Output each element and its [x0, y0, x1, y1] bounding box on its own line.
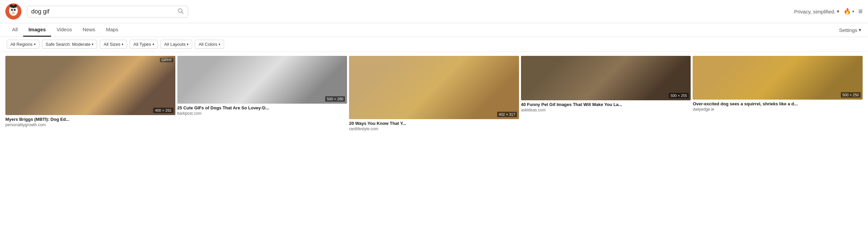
- filter-types[interactable]: All Types ▾: [130, 40, 158, 49]
- safesearch-caret-icon: ▾: [92, 43, 93, 46]
- image-title: 20 Ways You Know That Y...: [349, 121, 519, 126]
- svg-point-6: [12, 11, 15, 13]
- nav-tabs: All Images Videos News Maps Settings ▾: [0, 23, 868, 37]
- tab-news[interactable]: News: [77, 23, 101, 37]
- tab-videos[interactable]: Videos: [51, 23, 77, 37]
- settings-chevron-icon: ▾: [859, 27, 861, 33]
- filter-safesearch[interactable]: Safe Search: Moderate ▾: [42, 40, 97, 49]
- image-card[interactable]: GIPHY400 × 292Myers Briggs (MBTI): Dog E…: [5, 56, 175, 131]
- image-placeholder: [521, 56, 691, 100]
- privacy-label: Privacy, simplified.: [794, 9, 835, 15]
- svg-point-5: [15, 9, 16, 10]
- fire-icon: 🔥: [843, 8, 851, 15]
- filter-layouts[interactable]: All Layouts ▾: [161, 40, 192, 49]
- image-card[interactable]: 500 × 28025 Cute GIFs of Dogs That Are S…: [177, 56, 347, 131]
- image-source: rantlifestyle.com: [349, 127, 519, 131]
- size-badge: 500 × 255: [669, 93, 689, 98]
- privacy-button[interactable]: Privacy, simplified. ▾: [794, 8, 839, 15]
- types-caret-icon: ▾: [153, 43, 154, 46]
- size-badge: 400 × 292: [153, 108, 173, 113]
- image-thumbnail: GIPHY400 × 292: [5, 56, 175, 115]
- tab-maps[interactable]: Maps: [100, 23, 124, 37]
- tab-images[interactable]: Images: [23, 23, 52, 37]
- image-card[interactable]: 500 × 250Over-excited dog sees a squirre…: [693, 56, 863, 131]
- image-placeholder: [177, 56, 347, 104]
- image-placeholder: [5, 56, 175, 115]
- image-thumbnail: 402 × 317: [349, 56, 519, 119]
- filter-bar: All Regions ▾ Safe Search: Moderate ▾ Al…: [0, 37, 868, 52]
- filter-colors[interactable]: All Colors ▾: [195, 40, 224, 49]
- colors-caret-icon: ▾: [219, 43, 220, 46]
- settings-button[interactable]: Settings ▾: [839, 27, 861, 33]
- search-input[interactable]: dog gif: [31, 8, 178, 15]
- size-badge: 500 × 250: [841, 92, 861, 98]
- privacy-chevron-icon: ▾: [837, 8, 839, 15]
- settings-label: Settings: [839, 27, 857, 33]
- image-source: askideas.com: [521, 108, 691, 112]
- svg-point-2: [11, 9, 13, 11]
- image-thumbnail: 500 × 280: [177, 56, 347, 104]
- filter-sizes[interactable]: All Sizes ▾: [100, 40, 127, 49]
- size-badge: 402 × 317: [497, 112, 517, 117]
- image-card[interactable]: 500 × 25540 Funny Pet Gif Images That Wi…: [521, 56, 691, 131]
- svg-line-11: [182, 12, 183, 13]
- image-title: 25 Cute GIFs of Dogs That Are So Lovey-D…: [177, 105, 347, 110]
- filter-regions[interactable]: All Regions ▾: [7, 40, 39, 49]
- sizes-caret-icon: ▾: [122, 43, 123, 46]
- search-bar: dog gif: [27, 6, 188, 18]
- size-badge: 500 × 280: [325, 96, 345, 102]
- header-right: Privacy, simplified. ▾ 🔥 ▾ ≡: [794, 7, 863, 16]
- image-title: Myers Briggs (MBTI): Dog Ed...: [5, 117, 175, 122]
- image-source: personalitygrowth.com: [5, 122, 175, 127]
- svg-point-4: [12, 9, 13, 10]
- search-button[interactable]: [178, 8, 184, 15]
- logo[interactable]: [5, 3, 22, 20]
- image-placeholder: [349, 56, 519, 119]
- regions-caret-icon: ▾: [34, 43, 36, 46]
- image-thumbnail: 500 × 255: [521, 56, 691, 100]
- image-grid: GIPHY400 × 292Myers Briggs (MBTI): Dog E…: [0, 52, 868, 135]
- header: dog gif Privacy, simplified. ▾ 🔥 ▾ ≡: [0, 0, 868, 23]
- image-placeholder: [693, 56, 863, 100]
- image-source: dailyedge.ie: [693, 107, 863, 112]
- image-title: 40 Funny Pet Gif Images That Will Make Y…: [521, 102, 691, 107]
- menu-button[interactable]: ≡: [858, 7, 863, 16]
- svg-point-3: [14, 9, 16, 11]
- image-card[interactable]: 402 × 31720 Ways You Know That Y...rantl…: [349, 56, 519, 131]
- layouts-caret-icon: ▾: [187, 43, 188, 46]
- fire-button[interactable]: 🔥 ▾: [843, 8, 854, 15]
- giphy-badge: GIPHY: [160, 58, 173, 62]
- menu-icon: ≡: [858, 7, 863, 16]
- image-title: Over-excited dog sees a squirrel, shriek…: [693, 101, 863, 106]
- image-source: barkpost.com: [177, 111, 347, 116]
- image-thumbnail: 500 × 250: [693, 56, 863, 100]
- fire-chevron-icon: ▾: [852, 9, 854, 14]
- tab-all[interactable]: All: [7, 23, 23, 37]
